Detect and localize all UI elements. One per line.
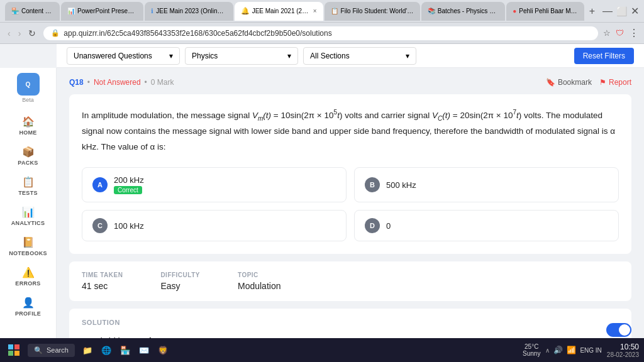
tab-filo[interactable]: 📋 Filo Filo Student: World's Only [325, 2, 420, 21]
sidebar-item-home[interactable]: 🏠 HOME [0, 111, 56, 141]
back-button[interactable]: ‹ [5, 27, 13, 40]
forward-button[interactable]: › [16, 27, 24, 40]
option-d[interactable]: D 0 [354, 210, 619, 241]
option-c[interactable]: C 100 kHz [82, 210, 347, 241]
tab-jee2021[interactable]: 🔔 JEE Main 2021 (25 Jul × × [235, 2, 323, 21]
network-icon[interactable]: 📶 [567, 346, 576, 354]
sidebar-item-notebooks[interactable]: 📔 NOTEBOOKS [0, 231, 56, 261]
tab-title: Pehli Pehli Baar Moha... [519, 8, 577, 14]
option-c-circle: C [92, 218, 108, 233]
restore-icon[interactable]: ⬜ [616, 6, 627, 16]
tests-label: TESTS [18, 190, 38, 196]
addr-right-actions: ☆ 🛡 ⋮ [603, 27, 639, 39]
taskbar-icon-brave[interactable]: 🦁 [155, 343, 170, 358]
bookmark-star-icon[interactable]: ☆ [603, 28, 611, 38]
sidebar-item-analytics[interactable]: 📊 ANALYTICS [0, 201, 56, 231]
question-text: In amplitude modulation, the message sig… [82, 107, 619, 155]
option-a-text-wrap: 200 kHz Correct [114, 175, 144, 194]
tab-batches[interactable]: 📚 Batches - Physics Wallah [421, 2, 505, 21]
address-bar: ‹ › ↻ 🔒 app.quizrr.in/62c5ca493f85643353… [0, 23, 644, 44]
sidebar-item-profile[interactable]: 👤 PROFILE [0, 292, 56, 322]
tab-jee2023[interactable]: ℹ JEE Main 2023 (Online) 29... [145, 2, 233, 21]
solution-label: SOLUTION [82, 319, 619, 326]
taskbar-icon-files[interactable]: 📁 [80, 343, 95, 358]
tab-title: Batches - Physics Wallah [438, 8, 499, 14]
report-label: Report [609, 78, 631, 87]
filter-sections[interactable]: All Sections ▾ [303, 47, 416, 65]
clock-time: 10:50 [607, 343, 639, 351]
dot-separator: • [87, 78, 90, 87]
address-input-wrap[interactable]: 🔒 app.quizrr.in/62c5ca493f85643353f2e168… [43, 26, 598, 40]
svg-rect-2 [8, 351, 13, 356]
lock-icon: 🔒 [51, 29, 60, 37]
option-a[interactable]: A 200 kHz Correct [82, 167, 347, 202]
filter-unanswered[interactable]: Unanswered Questions ▾ [67, 47, 180, 65]
filter-subject[interactable]: Physics ▾ [185, 47, 298, 65]
browser-chrome: 🏪 Content store 📊 PowerPoint Presentatio… [0, 0, 644, 23]
option-b-circle: B [365, 177, 380, 192]
refresh-button[interactable]: ↻ [26, 27, 38, 40]
notebooks-icon: 📔 [22, 236, 35, 248]
svg-rect-0 [8, 344, 13, 349]
url-text: app.quizrr.in/62c5ca493f85643353f2e168/6… [64, 29, 331, 38]
sidebar-item-packs[interactable]: 📦 PACKS [0, 141, 56, 171]
home-icon: 🏠 [22, 116, 35, 128]
tab-title: Filo Filo Student: World's Only [341, 8, 414, 14]
errors-icon: ⚠️ [22, 266, 35, 278]
topic: TOPIC Modulation [238, 272, 281, 291]
close-icon[interactable]: ✕ [631, 5, 639, 17]
time-taken-value: 41 sec [82, 281, 123, 291]
add-tab-button[interactable]: + [586, 4, 599, 18]
minimize-icon[interactable]: — [602, 6, 613, 17]
question-meta: Q18 • Not Answered • 0 Mark [69, 78, 174, 87]
chevron-down-icon: ▾ [287, 52, 291, 60]
taskbar-icon-store[interactable]: 🏪 [118, 343, 133, 358]
tab-pehli[interactable]: ● Pehli Pehli Baar Moha... [506, 2, 584, 21]
dark-mode-toggle[interactable] [606, 323, 631, 337]
time-taken: TIME TAKEN 41 sec [82, 272, 123, 291]
options-grid: A 200 kHz Correct B 500 kHz C 100 kHz D [82, 167, 619, 241]
tab-favicon: 🏪 [11, 8, 19, 14]
difficulty: DIFFICULTY Easy [160, 272, 200, 291]
chevron-tray-icon[interactable]: ∧ [545, 347, 550, 354]
tab-title: JEE Main 2023 (Online) 29... [156, 8, 226, 14]
correct-badge: Correct [114, 186, 142, 194]
dot-separator-2: • [145, 78, 147, 87]
speaker-icon[interactable]: 🔊 [553, 346, 563, 354]
menu-dots-icon[interactable]: ⋮ [629, 27, 639, 39]
toggle-dot [619, 324, 630, 336]
tab-favicon: 📋 [331, 8, 338, 14]
tab-close-icon[interactable]: × [313, 8, 317, 14]
sys-tray: ∧ 🔊 📶 ENG IN [545, 346, 601, 354]
question-mark: 0 Mark [151, 78, 174, 87]
home-label: HOME [19, 129, 36, 136]
taskbar-search[interactable]: 🔍 Search [28, 344, 75, 357]
bookmark-action[interactable]: 🔖 Bookmark [546, 78, 592, 87]
tab-ppt[interactable]: 📊 PowerPoint Presentation [61, 2, 143, 21]
tab-title: Content store [21, 8, 53, 14]
option-b-text: 500 kHz [386, 180, 416, 190]
analytics-icon: 📊 [22, 206, 35, 218]
question-card: In amplitude modulation, the message sig… [69, 94, 631, 254]
taskbar-icon-edge[interactable]: 🌐 [99, 343, 114, 358]
start-button[interactable] [5, 341, 23, 359]
tab-content-store[interactable]: 🏪 Content store [5, 2, 60, 21]
taskbar-icon-mail[interactable]: ✉️ [136, 343, 152, 358]
analytics-label: ANALYTICS [11, 220, 45, 226]
search-icon: 🔍 [34, 346, 43, 354]
option-d-circle: D [365, 218, 380, 233]
logo: Q [17, 73, 40, 96]
sidebar-item-errors[interactable]: ⚠️ ERRORS [0, 261, 56, 292]
errors-label: ERRORS [15, 280, 40, 287]
clock-date: 28-02-2023 [607, 351, 639, 358]
svg-rect-1 [14, 344, 19, 349]
question-number: Q18 [69, 78, 84, 87]
sidebar-item-tests[interactable]: 📋 TESTS [0, 171, 56, 201]
tests-icon: 📋 [22, 176, 35, 188]
report-action[interactable]: ⚑ Report [599, 78, 631, 87]
difficulty-label: DIFFICULTY [160, 272, 200, 278]
reset-filters-button[interactable]: Reset Filters [574, 48, 634, 64]
window-nav-buttons: — ⬜ ✕ [602, 5, 639, 17]
option-b[interactable]: B 500 kHz [354, 167, 619, 202]
topic-value: Modulation [238, 281, 281, 291]
